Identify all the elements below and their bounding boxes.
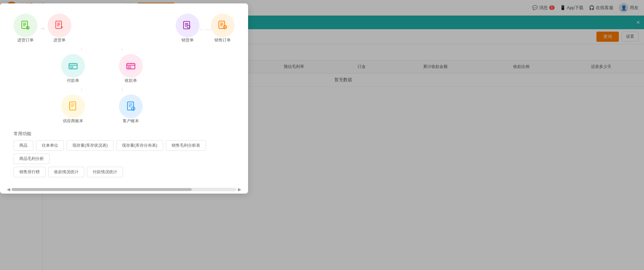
flow-row-4-arrows: ↓ ↓: [42, 85, 234, 93]
sp1: [42, 85, 61, 93]
flow-row-3: ¥ 付款单: [42, 54, 234, 84]
scroll-track[interactable]: [42, 188, 237, 191]
down-arrow-4: ↓: [102, 86, 143, 92]
quick-btn-contacts[interactable]: 往来单位: [42, 140, 64, 151]
customer-ledger-icon[interactable]: [119, 94, 143, 118]
content-area: 首页 销售订单执行表 × × ❓ 帮助 🖨: [42, 16, 644, 270]
flow-row-1: 进货订单 →: [42, 16, 234, 43]
purchase-bill-icon[interactable]: [48, 16, 71, 37]
scroll-right-arrow[interactable]: ▶: [238, 187, 241, 192]
supplier-ledger-icon[interactable]: [61, 94, 85, 118]
spacer4: [194, 44, 234, 53]
payment-bill-label: 付款单: [67, 78, 79, 84]
quick-btns-row1: 商品 往来单位 现存量(库存状况表) 现存量(库存分布表) 销售毛利分析表 商品…: [42, 140, 234, 164]
quick-title: 常用功能: [42, 131, 234, 137]
down-arrow-receipt: ↓: [102, 85, 143, 93]
spacer1: [42, 44, 54, 53]
main-area: 🔍 搜索菜单 🏠 快捷导航 📢 营销推广 🛒 销售管理 🛍: [0, 16, 644, 270]
down-arrow-3: ↓: [61, 86, 102, 92]
quick-btn-receipt-stats[interactable]: 收款情况统计: [48, 167, 84, 177]
flow-node-purchase-bill: 进货单: [48, 16, 71, 43]
arrow-right-1: →: [42, 24, 48, 32]
sp3: [143, 85, 234, 93]
flow-node-receipt-bill: ¥ 收款单: [119, 54, 143, 84]
down-arrow-sales: ↓: [102, 44, 143, 53]
flow-node-sales-bill: 销货单: [176, 16, 199, 43]
scroll-thumb[interactable]: [42, 188, 192, 191]
quick-btns-row2: 销售排行榜 收款情况统计 付款情况统计: [42, 167, 234, 177]
flow-node-supplier-ledger: 供应商账本: [61, 94, 85, 124]
down-arrow-purchase: ↓: [61, 44, 102, 53]
flow-row-5: 供应商账本: [42, 94, 234, 124]
flow-node-payment-bill: ¥ 付款单: [61, 54, 85, 84]
flow-node-sales-order: 销售订单: [211, 16, 234, 43]
app-container: 6 畅康通好生意 标准版 装备及固定资产辅助管理系统 ▼ ⚙ 体验行业方案 💬 …: [0, 0, 644, 270]
modal-scrollbar: ◀ ▶: [42, 187, 248, 194]
spacer-arrow: [54, 44, 61, 53]
overlay[interactable]: 进货订单 →: [42, 16, 644, 270]
svg-rect-31: [69, 103, 70, 109]
customer-ledger-label: 客户账本: [123, 118, 139, 124]
sales-order-icon[interactable]: [211, 16, 234, 37]
receipt-bill-label: 收款单: [125, 78, 137, 84]
receipt-bill-icon[interactable]: ¥: [119, 54, 143, 78]
flow-node-customer-ledger: 客户账本: [119, 94, 143, 124]
quick-btn-payment-stats[interactable]: 付款情况统计: [87, 167, 123, 177]
flow-row-2-arrows: ↓ ↓: [42, 44, 234, 53]
sales-bill-icon[interactable]: [176, 16, 199, 37]
quick-section: 常用功能 商品 往来单位 现存量(库存状况表) 现存量(库存分布表) 销售毛利分…: [42, 131, 248, 187]
supplier-ledger-label: 供应商账本: [63, 118, 83, 124]
sales-order-label: 销售订单: [214, 37, 231, 43]
svg-rect-21: [70, 67, 73, 68]
svg-rect-27: [70, 102, 76, 110]
down-arrow-1: ↓: [61, 46, 102, 51]
payment-bill-icon[interactable]: ¥: [61, 54, 85, 78]
quick-btn-inventory-status[interactable]: 现存量(库存状况表): [67, 140, 114, 151]
modal-dialog: 进货订单 →: [42, 16, 248, 194]
down-arrow-2: ↓: [102, 46, 143, 51]
quick-btn-sales-margin[interactable]: 销售毛利分析表: [166, 140, 206, 151]
dashed-arrow: ← - - -: [199, 27, 211, 32]
flow-section: 进货订单 →: [42, 16, 248, 131]
down-arrow-payment: ↓: [61, 85, 102, 93]
quick-btn-sales-rank[interactable]: 销售排行榜: [42, 167, 46, 177]
purchase-bill-label: 进货单: [53, 37, 66, 43]
svg-rect-25: [128, 67, 131, 68]
sales-bill-label: 销货单: [181, 37, 194, 43]
spacer3: [143, 44, 194, 53]
quick-btn-goods-margin[interactable]: 商品毛利分析: [42, 154, 50, 164]
quick-btn-inventory-dist[interactable]: 现存量(库存分布表): [116, 140, 163, 151]
